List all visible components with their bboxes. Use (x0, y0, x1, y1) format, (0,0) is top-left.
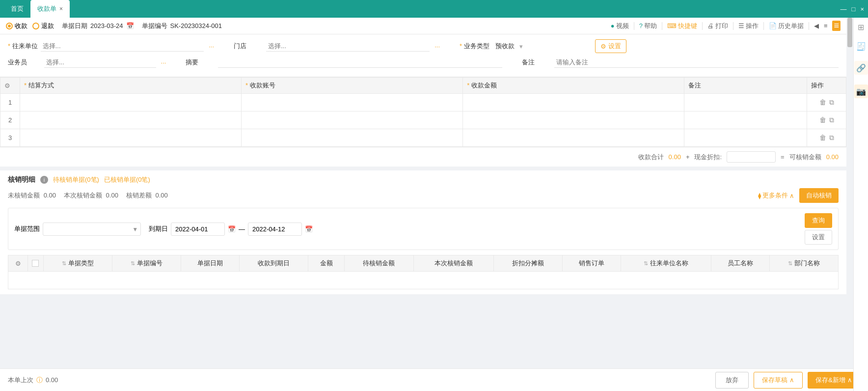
col-settings-header[interactable]: ⚙ (0, 78, 20, 94)
amount-cell[interactable] (463, 94, 684, 112)
abandon-button[interactable]: 放弃 (715, 372, 749, 389)
account-cell[interactable] (242, 94, 463, 112)
bill-date-value[interactable]: 2023-03-24 (90, 22, 123, 29)
remark-cell[interactable] (684, 94, 807, 112)
total-label: 收款合计 (638, 153, 664, 162)
divider4 (733, 22, 733, 30)
filter-settings-button[interactable]: 设置 (805, 230, 832, 245)
settlement-cell[interactable] (20, 112, 242, 129)
delete-icon[interactable]: 🗑 (819, 116, 826, 124)
counterparty-field: * 往来单位 ··· (8, 41, 214, 52)
minimize-icon[interactable]: — (841, 5, 847, 13)
sidebar-receipt-icon[interactable]: 🧾 (856, 42, 866, 51)
info-icon[interactable]: i (40, 176, 48, 184)
dropdown-icon[interactable]: ▾ (519, 43, 523, 50)
diff-stat: 核销差额 0.00 (126, 191, 168, 200)
info-circle-icon[interactable]: ⓘ (36, 376, 43, 385)
print-btn[interactable]: 🖨 打印 (707, 22, 728, 30)
copy-icon[interactable]: ⧉ (829, 116, 834, 124)
settlement-cell[interactable] (20, 94, 242, 112)
summary-label: 摘要 (186, 58, 215, 67)
delete-icon[interactable]: 🗑 (819, 134, 826, 142)
prev-icon[interactable]: ◀ (814, 22, 819, 29)
amount-cell[interactable] (463, 129, 684, 147)
history-btn[interactable]: 📄 历史单据 (769, 22, 804, 30)
store-label: 门店 (234, 42, 263, 51)
discount-input[interactable] (727, 151, 776, 163)
help-btn[interactable]: ? 帮助 (639, 22, 657, 30)
copy-icon[interactable]: ⧉ (829, 98, 834, 107)
table-settings-icon[interactable]: ⚙ (4, 82, 10, 89)
save-new-button[interactable]: 保存&新增 ∧ (808, 372, 860, 389)
maximize-icon[interactable]: □ (852, 5, 856, 13)
account-cell[interactable] (242, 112, 463, 129)
stats-left: 未核销金额 0.00 本次核销金额 0.00 核销差额 0.00 (8, 191, 168, 200)
delete-icon[interactable]: 🗑 (819, 98, 826, 107)
scroll-thumb[interactable] (847, 18, 852, 47)
settlement-cell[interactable] (20, 129, 242, 147)
filter-action-btns: 查询 设置 (805, 213, 832, 245)
main-table-container: ⚙ * 结算方式 * 收款账号 * 收款金额 备注 操作 (0, 77, 846, 147)
done-tab[interactable]: 已核销单据(0笔) (104, 175, 150, 184)
due-date-start[interactable] (171, 223, 225, 236)
calendar-icon[interactable]: 📅 (126, 22, 134, 29)
sort-icon: ⇅ (644, 260, 648, 266)
form-area: * 往来单位 ··· 门店 ··· * 业务类型 预收款 (0, 34, 846, 77)
select-all-checkbox[interactable] (32, 260, 39, 267)
sidebar-screenshot-icon[interactable]: 📷 (854, 84, 868, 98)
total-value: 0.00 (669, 153, 681, 161)
shortcut-btn[interactable]: ⌨ 快捷键 (667, 22, 697, 30)
store-ellipsis[interactable]: ··· (434, 43, 440, 50)
close-icon[interactable]: × (860, 5, 864, 13)
video-btn[interactable]: ● 视频 (611, 22, 629, 30)
col-counterparty-header: ⇅ 往来单位名称 (621, 255, 711, 272)
ops-cell: 🗑 ⧉ (807, 112, 846, 129)
radio-receipt[interactable]: 收款 (6, 22, 27, 30)
save-draft-button[interactable]: 保存草稿 ∧ (754, 372, 803, 389)
query-button[interactable]: 查询 (805, 213, 832, 228)
account-cell[interactable] (242, 129, 463, 147)
sidebar-link-icon[interactable]: 🔗 (854, 61, 868, 75)
scrollbar[interactable] (846, 18, 853, 368)
nav-active-icon[interactable]: ≡ (832, 21, 841, 31)
remark-input[interactable] (554, 57, 839, 68)
col-bill-date-header: 单据日期 (181, 255, 239, 272)
counterparty-ellipsis[interactable]: ··· (209, 43, 214, 50)
amount-cell[interactable] (463, 112, 684, 129)
table-row: 3 🗑 ⧉ (0, 129, 846, 147)
operations-btn[interactable]: ☰ 操作 (738, 22, 759, 30)
more-conditions-btn[interactable]: ⧫ 更多条件 ∧ (758, 191, 794, 200)
salesperson-input[interactable] (44, 57, 156, 68)
store-input[interactable] (266, 41, 430, 52)
copy-icon[interactable]: ⧉ (829, 134, 834, 142)
counterparty-input[interactable] (41, 41, 204, 52)
col-settings-header2[interactable]: ⚙ (8, 255, 28, 272)
pending-tab[interactable]: 待核销单据(0笔) (53, 175, 99, 184)
tab-current[interactable]: 收款单 × (30, 0, 70, 18)
calendar-end-icon[interactable]: 📅 (305, 225, 313, 233)
summary-input[interactable] (218, 57, 502, 68)
tab-close-icon[interactable]: × (59, 5, 63, 12)
bill-no-value[interactable]: SK-20230324-001 (170, 22, 222, 29)
remark-cell[interactable] (684, 112, 807, 129)
col-pending-header: 待核销金额 (345, 255, 414, 272)
radio-refund[interactable]: 退款 (32, 22, 54, 30)
remark-cell[interactable] (684, 129, 807, 147)
divider5 (763, 22, 764, 30)
due-date-end[interactable] (248, 223, 302, 236)
nav-menu-icon[interactable]: ≡ (824, 22, 828, 29)
calendar-start-icon[interactable]: 📅 (228, 225, 236, 233)
ops-cell: 🗑 ⧉ (807, 94, 846, 112)
settings-button[interactable]: ⚙ 设置 (595, 39, 626, 53)
auto-reconcile-button[interactable]: 自动核销 (799, 188, 839, 203)
toolbar-actions: ● 视频 ? 帮助 ⌨ 快捷键 🖨 打印 ☰ 操作 (611, 21, 841, 31)
tab-home[interactable]: 首页 (4, 0, 30, 18)
window-controls: — □ × (841, 5, 864, 13)
summary-row: 收款合计 0.00 + 现金折扣: = 可核销金额 0.00 (0, 147, 846, 167)
range-select[interactable] (43, 223, 141, 236)
bottom-table-settings-icon[interactable]: ⚙ (15, 260, 21, 267)
sort-icon: ⇅ (131, 260, 135, 266)
divider2 (662, 22, 662, 30)
salesperson-ellipsis[interactable]: ··· (161, 59, 166, 66)
sidebar-table-icon[interactable]: ⊞ (858, 23, 864, 32)
